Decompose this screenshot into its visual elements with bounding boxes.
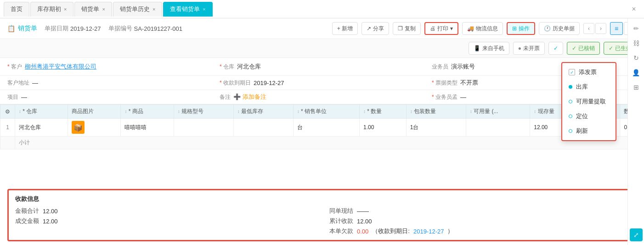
col-unit: ↕ * 销售单位 — [293, 105, 359, 119]
from-phone-btn[interactable]: 📱 来自手机 — [469, 42, 509, 55]
row-product: 嘻嘻嘻嘻 — [121, 119, 174, 137]
payment-right: 同单现结 —— 累计收款 12.00 本单欠款 0.00 （收款到期日: 201… — [329, 207, 629, 235]
effective-check-icon: ✓ — [609, 45, 613, 51]
sidebar-expand-icon[interactable]: ⤢ — [630, 228, 643, 241]
sidebar-edit-icon[interactable]: ✏ — [630, 22, 643, 35]
sidebar-grid-icon[interactable]: ⊞ — [630, 81, 643, 94]
grid-operate-icon: ⊞ — [512, 25, 517, 32]
cumulative-label: 累计收款 — [329, 217, 353, 225]
share-button[interactable]: ↗ 分享 — [362, 22, 389, 35]
dropdown-item-add-invoice[interactable]: ✓ 添发票 — [562, 65, 616, 80]
subtotal-row: 小计 — [0, 137, 644, 149]
next-arrow[interactable]: › — [595, 23, 606, 34]
table-header-row: ⚙ ↕ * 仓库 商品图片 ↕ * 商品 ↕ 规格型号 ↕ 最低库存 ↕ * 销… — [0, 105, 644, 119]
tab-view-sales-close[interactable]: × — [203, 6, 205, 12]
row-available — [466, 119, 530, 137]
print-icon: 🖨 — [430, 25, 435, 32]
deal-row: 成交金额 12.00 — [15, 217, 315, 225]
sidebar-person-icon[interactable]: 👤 — [630, 66, 643, 79]
dropdown-item-refresh[interactable]: 刷新 — [562, 124, 616, 138]
form-section-2: 客户地址 — 收款到期日 2019-12-27 票据类型 不开票 — [0, 76, 644, 90]
not-opened-btn[interactable]: ● 未开票 — [513, 42, 545, 55]
owed-row: 本单欠款 0.00 （收款到期日: 2019-12-27 ） — [329, 227, 629, 235]
note-add-btn[interactable]: ➕ 添加备注 — [233, 93, 266, 101]
doc-num-meta: 单据编号 SA-20191227-001 — [108, 24, 183, 33]
operate-button[interactable]: ⊞ 操作 — [507, 22, 535, 35]
address-label: 客户地址 — [7, 79, 29, 87]
cancelled-check-icon: ✓ — [572, 45, 576, 51]
copy-icon: ❐ — [398, 25, 403, 32]
same-order-value: —— — [357, 208, 369, 215]
row-warehouse: 河北仓库 — [15, 119, 68, 137]
doc-date-value: 2019-12-27 — [70, 25, 101, 32]
tab-sales-close[interactable]: × — [102, 6, 105, 12]
prev-arrow[interactable]: ‹ — [583, 23, 594, 34]
row-spec — [174, 119, 233, 137]
tab-inventory-close[interactable]: × — [64, 6, 67, 12]
locate-label: 定位 — [576, 112, 588, 120]
col-gear[interactable]: ⚙ — [0, 105, 15, 119]
sidebar-rotate-icon[interactable]: ↻ — [630, 51, 643, 64]
col-product: ↕ * 商品 — [121, 105, 174, 119]
right-sidebar: ✏ ⛓ ↻ 👤 ⊞ ⤢ — [627, 18, 644, 245]
list-view-btn[interactable]: ≡ — [610, 22, 623, 35]
logistics-button[interactable]: 🚚 物流信息 — [462, 22, 503, 35]
tab-sales-history[interactable]: 销货单历史 × — [113, 2, 162, 17]
doc-num-label: 单据编号 — [108, 24, 132, 33]
row-qty: 1.00 — [360, 119, 407, 137]
col-available: ↕ 可用量 (... — [466, 105, 530, 119]
history-button[interactable]: 🕐 历史单据 — [539, 22, 580, 35]
owed-date: 2019-12-27 — [413, 228, 444, 235]
dropdown-item-locate[interactable]: 定位 — [562, 109, 616, 124]
sales-staff-label: 业务员孟 — [432, 93, 458, 101]
doc-icon: 📋 — [7, 25, 15, 32]
address-field: 客户地址 — — [7, 79, 212, 87]
project-value: — — [21, 94, 27, 101]
cancelled-btn[interactable]: ✓ 已核销 — [567, 42, 600, 55]
dot-outbound-icon — [569, 85, 572, 89]
table-wrapper: ⚙ ↕ * 仓库 商品图片 ↕ * 商品 ↕ 规格型号 ↕ 最低库存 ↕ * 销… — [0, 104, 644, 189]
nav-arrows: ‹ › — [583, 23, 606, 34]
checkbox-add-invoice-icon: ✓ — [569, 69, 575, 75]
dropdown-item-available-qty[interactable]: 可用量提取 — [562, 94, 616, 109]
warehouse-field: 仓库 河北仓库 — [220, 63, 424, 71]
tab-sales-history-close[interactable]: × — [153, 6, 155, 12]
print-button[interactable]: 🖨 打印 ▾ — [424, 22, 458, 35]
product-image: 📦 — [72, 121, 85, 134]
sidebar-link-icon[interactable]: ⛓ — [630, 37, 643, 50]
tab-inventory[interactable]: 库存期初 × — [30, 2, 73, 17]
col-min-stock: ↕ 最低库存 — [233, 105, 293, 119]
dropdown-item-outbound[interactable]: 出库 — [562, 80, 616, 94]
tab-view-sales[interactable]: 查看销货单 × — [163, 2, 212, 17]
owed-end: ） — [447, 227, 453, 235]
total-label: 金额合计 — [15, 207, 39, 215]
tab-sales[interactable]: 销货单 × — [74, 2, 112, 17]
subtotal-empty — [0, 137, 15, 149]
new-button[interactable]: + 新增 — [332, 22, 358, 35]
customer-value[interactable]: 柳州粤港平安气体有限公司 — [25, 63, 96, 71]
deal-label: 成交金额 — [15, 217, 39, 225]
doc-date-label: 单据日期 — [45, 24, 68, 33]
window-close-button[interactable]: × — [627, 3, 640, 16]
tab-home[interactable]: 首页 — [4, 2, 29, 17]
col-product-img: 商品图片 — [68, 105, 121, 119]
total-row: 金额合计 12.00 — [15, 207, 315, 215]
dot-available-icon — [569, 100, 572, 103]
operate-dropdown: ✓ 添发票 出库 可用量提取 定位 刷新 — [561, 62, 616, 141]
doc-title-area: 📋 销货单 — [7, 24, 37, 33]
payment-info-title: 收款信息 — [15, 195, 629, 203]
row-pack-qty: 1台 — [406, 119, 466, 137]
available-qty-label: 可用量提取 — [576, 97, 606, 106]
tab-sales-history-label: 销货单历史 — [120, 5, 150, 13]
check-icon-btn[interactable]: ✓ — [548, 42, 563, 55]
project-field: 项目 — — [7, 93, 212, 101]
copy-button[interactable]: ❐ 复制 — [393, 22, 421, 35]
same-order-label: 同单现结 — [329, 207, 353, 215]
form-section-1: 客户 柳州粤港平安气体有限公司 仓库 河北仓库 业务员 演示账号 — [0, 58, 644, 76]
customer-field: 客户 柳州粤港平安气体有限公司 — [7, 63, 212, 71]
row-unit: 台 — [293, 119, 359, 137]
doc-title-text: 销货单 — [18, 24, 37, 33]
staff-label: 业务员 — [432, 63, 448, 71]
product-img-icon: 📦 — [73, 123, 83, 132]
circle-icon: ● — [518, 45, 521, 51]
